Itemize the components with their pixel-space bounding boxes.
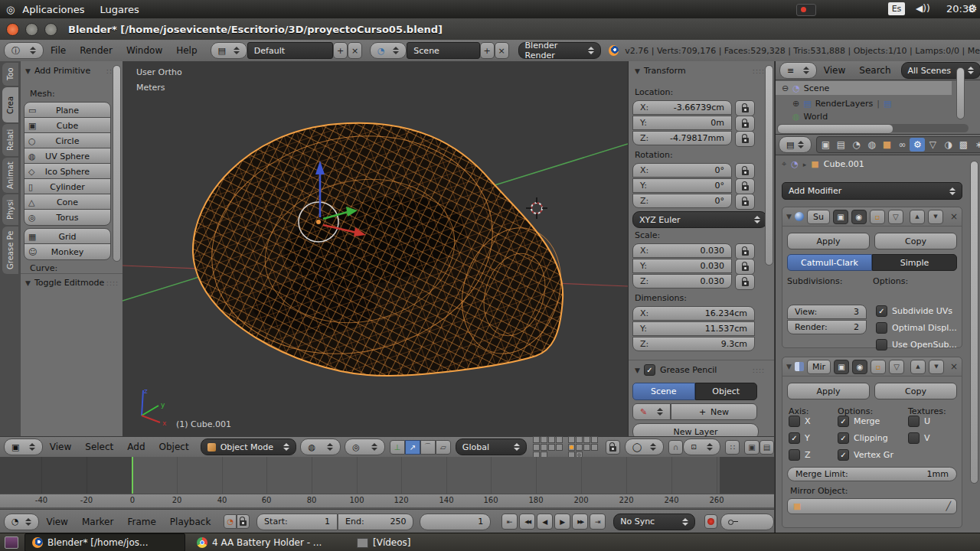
modifier-move-down-button[interactable]: ▼ [928,210,943,224]
scene-icon-button[interactable]: ◔ [370,42,407,59]
tl-menu-playback[interactable]: Playback [163,517,218,527]
lock-scale-x-button[interactable] [735,243,755,259]
outliner-item-renderlayers[interactable]: ⊕ ▤ RenderLayers | ▤ [792,96,891,110]
manipulator-center-button[interactable]: ∷ [725,440,740,455]
pivot-selector[interactable]: ◎ [345,439,385,455]
current-frame-field[interactable]: 1 [420,514,491,530]
tab-animation[interactable]: Animat [2,158,18,193]
add-modifier-dropdown[interactable]: Add Modifier [782,182,962,200]
modifier-delete-button[interactable]: × [950,211,958,222]
layer-cell[interactable] [541,436,547,443]
subsurf-copy-button[interactable]: Copy [874,233,957,249]
layer-cell[interactable] [568,436,575,443]
vp-menu-add[interactable]: Add [120,442,152,452]
vp-menu-select[interactable]: Select [78,442,120,452]
rotation-x-field[interactable]: X:0° [632,163,732,178]
grease-pencil-checkbox[interactable]: ✓ [644,364,655,376]
lock-location-x-button[interactable] [735,100,755,116]
axis-y-checkbox[interactable]: ✓ [789,432,800,444]
texture-v-row[interactable]: V [908,432,930,444]
taskbar-item-chrome[interactable]: 4 AA Battery Holder - ... [190,534,345,551]
grease-pencil-panel-header[interactable]: ▼ ✓ Grease Pencil :::: [635,364,765,376]
scale-y-field[interactable]: Y:0.030 [632,259,732,273]
lock-location-z-button[interactable] [735,131,755,147]
shading-selector[interactable]: ◍ [300,439,341,455]
scale-manipulator-button[interactable]: ▱ [436,440,451,455]
merge-row[interactable]: ✓Merge [838,416,880,427]
outliner-h-scrollbar[interactable] [777,124,969,132]
outliner-item-world[interactable]: ◍ World [792,112,828,121]
gp-scene-tab[interactable]: Scene [632,383,695,400]
rotation-z-field[interactable]: Z:0° [632,194,732,208]
layer-cell[interactable] [591,436,598,443]
play-button[interactable]: ▶ [554,514,570,530]
subsurf-render-field[interactable]: Render:2 [787,320,867,334]
menu-window[interactable]: Window [119,45,169,56]
catmull-clark-button[interactable]: Catmull-Clark [787,254,872,271]
editor-type-selector[interactable]: ⓘ [4,42,44,59]
layer-cell[interactable] [576,444,583,451]
tab-relations[interactable]: Relati [2,124,18,156]
optimal-display-row[interactable]: Optimal Displ... [876,322,957,334]
use-opensubdiv-row[interactable]: Use OpenSub... [876,339,957,350]
collapse-icon[interactable]: ⊖ [782,83,789,93]
render-engine-selector[interactable]: Blender Render [518,42,601,59]
scale-x-field[interactable]: X:0.030 [632,243,732,258]
rotate-manipulator-button[interactable]: ⌒ [420,440,436,455]
axis-y-row[interactable]: ✓Y [789,432,810,444]
constraints-tab-icon[interactable]: ∞ [894,138,910,152]
render-tab-icon[interactable]: ▣ [818,138,833,152]
world-tab-icon[interactable]: ◍ [864,138,879,152]
tl-menu-marker[interactable]: Marker [75,517,120,527]
tab-physics[interactable]: Physi [2,194,18,225]
use-opensubdiv-checkbox[interactable] [876,339,887,350]
panel-drag-handle[interactable]: :::: [753,67,765,75]
dimensions-y-field[interactable]: Y:11.537cm [632,321,755,336]
viewport-3d[interactable]: User Ortho Meters z y x (1) Cube.001 [122,61,628,436]
tab-create[interactable]: Crea [2,87,18,122]
vertex-groups-checkbox[interactable]: ✓ [838,449,849,461]
collapse-icon[interactable]: ▼ [786,363,792,370]
layer-cell[interactable] [583,436,590,443]
clipping-checkbox[interactable]: ✓ [838,432,849,444]
tl-menu-frame[interactable]: Frame [120,517,162,527]
mode-selector[interactable]: Object Mode [201,439,297,455]
scale-z-field[interactable]: Z:0.030 [632,274,732,289]
add-cube-button[interactable]: ▣Cube [24,117,111,134]
texture-v-checkbox[interactable] [908,432,920,444]
opengl-render-anim-button[interactable]: ▤ [760,440,774,455]
subsurf-view-field[interactable]: View:3 [787,305,867,319]
menu-render[interactable]: Render [73,45,119,56]
object-tab-icon[interactable]: ■ [879,138,894,152]
outliner-v-scrollbar[interactable] [956,67,965,119]
add-plane-button[interactable]: ▭Plane [24,102,111,119]
add-cylinder-button[interactable]: ▯Cylinder [24,178,111,195]
merge-limit-slider[interactable]: Merge Limit:1mm [787,467,957,481]
collapse-icon[interactable]: ▼ [786,213,792,220]
rotation-mode-selector[interactable]: XYZ Euler [632,211,767,228]
add-layout-button[interactable]: + [333,42,348,59]
location-y-field[interactable]: Y:0m [632,116,732,130]
add-monkey-button[interactable]: ☺Monkey [24,243,111,260]
modifier-editmode-toggle[interactable]: ▫ [870,210,885,224]
lock-scale-y-button[interactable] [735,259,755,275]
sync-mode-selector[interactable]: No Sync [613,514,695,530]
use-preview-range-button[interactable]: ◔ [224,514,237,529]
material-tab-icon[interactable]: ◑ [940,138,956,152]
layer-cell[interactable] [556,444,563,451]
modifier-cage-toggle[interactable]: ▽ [888,210,903,224]
object-data-tab-icon[interactable]: ▽ [925,138,940,152]
menu-help[interactable]: Help [169,45,204,56]
modifiers-tab-icon[interactable]: ⚙ [910,138,925,152]
modifier-render-toggle[interactable]: ▣ [834,360,849,374]
panel-drag-handle[interactable]: :::: [753,367,765,374]
render-layers-tab-icon[interactable]: ▤ [833,138,848,152]
prev-keyframe-button[interactable]: ◀◀ [519,514,535,530]
start-frame-field[interactable]: Start:1 [256,514,338,530]
lock-scale-z-button[interactable] [735,274,755,290]
layers-widget-group-1[interactable] [533,436,564,458]
outliner-menu-view[interactable]: View [817,65,852,76]
modifier-editmode-toggle[interactable]: ▫ [871,360,886,374]
timeline-editor-selector[interactable]: ◔ [4,514,39,530]
axis-x-row[interactable]: X [789,416,811,427]
